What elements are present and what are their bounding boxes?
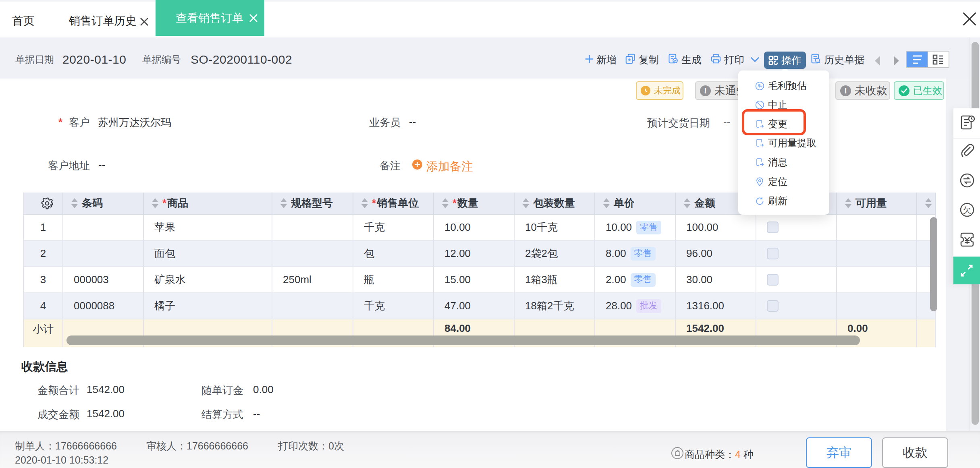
svg-text:毛: 毛 <box>758 84 762 89</box>
